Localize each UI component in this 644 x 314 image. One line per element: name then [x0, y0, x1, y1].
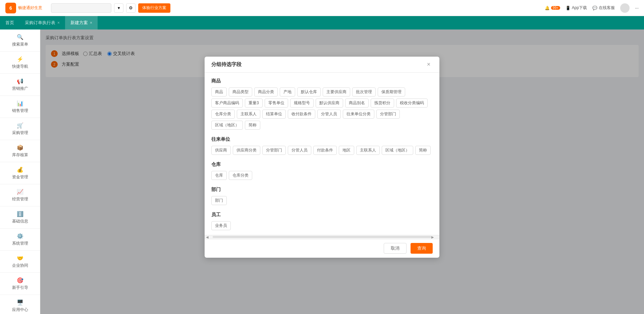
sidebar-item-operations[interactable]: 📈 经营管理 — [0, 184, 40, 206]
sidebar-item-collab[interactable]: 🤝 企业协同 — [0, 251, 40, 273]
field-tag-partner-dept[interactable]: 分管部门 — [262, 146, 286, 155]
field-tag-spec-model[interactable]: 规格型号 — [290, 99, 314, 108]
field-tag-abbr[interactable]: 简称 — [415, 146, 431, 155]
product-field-tags: 商品 商品类型 商品分类 产地 默认仓库 主要供应商 批次管理 保质期管理 客户… — [211, 87, 433, 130]
field-tag-salesperson[interactable]: 业务员 — [211, 221, 231, 230]
sidebar-item-finance[interactable]: 💰 资金管理 — [0, 162, 40, 184]
header-right: 🔔 99+ 📱 App下载 💬 在线客服 ··· — [545, 3, 639, 13]
sidebar-item-sales[interactable]: 📊 销售管理 — [0, 96, 40, 118]
logo-icon: 6 — [5, 3, 16, 13]
online-service-item[interactable]: 💬 在线客服 — [592, 5, 615, 11]
sidebar-item-app-center[interactable]: 🖥️ 应用中心 — [0, 295, 40, 314]
search-dropdown-button[interactable]: ▾ — [114, 3, 123, 13]
field-tag-product-type[interactable]: 商品类型 — [229, 87, 252, 97]
system-icon: ⚙️ — [17, 233, 23, 239]
avatar[interactable] — [620, 3, 630, 13]
field-tag-dept[interactable]: 分管部门 — [376, 110, 400, 119]
field-tag-short-name[interactable]: 简称 — [245, 121, 260, 130]
section-warehouse: 仓库 仓库 仓库分类 — [211, 162, 433, 180]
field-tag-wh[interactable]: 仓库 — [211, 171, 227, 180]
operations-icon: 📈 — [17, 188, 23, 195]
field-tag-main-supplier[interactable]: 主要供应商 — [323, 87, 350, 97]
field-tag-payment-terms[interactable]: 收付款条件 — [288, 110, 315, 119]
field-tag-supplier-category[interactable]: 供应商分类 — [233, 146, 260, 155]
notification-item[interactable]: 🔔 99+ — [545, 6, 560, 10]
service-icon: 💬 — [592, 6, 597, 10]
field-tag-product-alias[interactable]: 商品别名 — [345, 99, 369, 108]
settings-button[interactable]: ⚙ — [126, 3, 136, 13]
sidebar-item-system[interactable]: ⚙️ 系统管理 — [0, 229, 40, 251]
field-tag-partner-category[interactable]: 往来单位分类 — [343, 110, 374, 119]
field-tag-customer-product-code[interactable]: 客户商品编码 — [211, 99, 243, 108]
sidebar-item-basics[interactable]: ℹ️ 基础信息 — [0, 206, 40, 229]
field-tag-retail-unit[interactable]: 零售单位 — [265, 99, 288, 108]
quicknav-icon: ⚡ — [17, 56, 23, 62]
field-tag-supplier[interactable]: 供应商 — [211, 146, 231, 155]
section-warehouse-title: 仓库 — [211, 162, 433, 168]
field-tag-wh-category[interactable]: 仓库分类 — [229, 171, 252, 180]
cancel-button[interactable]: 取消 — [384, 243, 407, 254]
section-department-title: 部门 — [211, 187, 433, 193]
field-tag-region[interactable]: 区域（地区） — [211, 121, 243, 130]
field-tag-contact[interactable]: 主联系人 — [356, 146, 380, 155]
field-tag-partner-manager[interactable]: 分管人员 — [288, 146, 311, 155]
field-tag-department[interactable]: 部门 — [211, 196, 227, 205]
tab-new-plan[interactable]: 新建方案 × — [65, 16, 98, 29]
field-tag-product-category[interactable]: 商品分类 — [254, 87, 278, 97]
field-tag-warehouse-category[interactable]: 仓库分类 — [211, 110, 235, 119]
confirm-button[interactable]: 查询 — [411, 243, 433, 254]
modal-horizontal-scrollbar[interactable]: ◀ ▶ — [205, 235, 439, 239]
sidebar-item-quicknav[interactable]: ⚡ 快捷导航 — [0, 52, 40, 74]
try-plan-button[interactable]: 体验行业方案 — [138, 3, 170, 13]
app-download-item[interactable]: 📱 App下载 — [566, 5, 587, 11]
tab-purchase-order[interactable]: 采购订单执行表 × — [19, 16, 65, 29]
modal-header: 分组待选字段 × — [205, 57, 439, 73]
marketing-icon: 📢 — [17, 78, 23, 84]
header-search: ▾ ⚙ 体验行业方案 — [51, 3, 170, 13]
field-tag-tax-code[interactable]: 税收分类编码 — [396, 99, 428, 108]
modal-body: 商品 商品 商品类型 商品分类 产地 默认仓库 主要供应商 批次管理 保质期管理… — [205, 73, 439, 235]
phone-icon: 📱 — [566, 6, 571, 10]
tab-close-purchase[interactable]: × — [57, 20, 60, 25]
section-employee: 员工 业务员 — [211, 212, 433, 230]
notification-icon: 🔔 — [545, 6, 550, 10]
modal-close-button[interactable]: × — [425, 60, 433, 68]
department-field-tags: 部门 — [211, 196, 433, 205]
purchase-icon: 🛒 — [17, 122, 23, 129]
sidebar-item-marketing[interactable]: 📢 营销推广 — [0, 74, 40, 96]
tab-home[interactable]: 首页 — [0, 16, 19, 29]
field-tag-payment-cond[interactable]: 付款条件 — [313, 146, 337, 155]
section-employee-title: 员工 — [211, 212, 433, 218]
user-name: ··· — [635, 5, 639, 10]
inventory-icon: 📦 — [17, 144, 23, 151]
hscroll-left-btn[interactable]: ◀ — [206, 235, 213, 239]
field-tag-area[interactable]: 地区 — [339, 146, 354, 155]
field-tag-default-warehouse[interactable]: 默认仓库 — [297, 87, 321, 97]
field-tag-default-supplier[interactable]: 默认供应商 — [316, 99, 343, 108]
modal-title: 分组待选字段 — [211, 61, 241, 68]
sidebar: 🔍 搜索菜单 ⚡ 快捷导航 📢 营销推广 📊 销售管理 🛒 采购管理 📦 库存核… — [0, 29, 40, 314]
sidebar-item-newbie[interactable]: 🎯 新手引导 — [0, 273, 40, 295]
section-partner: 往来单位 供应商 供应商分类 分管部门 分管人员 付款条件 地区 主联系人 区域… — [211, 136, 433, 155]
basics-icon: ℹ️ — [17, 210, 23, 217]
field-tag-shelf-life[interactable]: 保质期管理 — [378, 87, 405, 97]
sidebar-item-inventory[interactable]: 📦 库存核算 — [0, 140, 40, 162]
search-icon: 🔍 — [17, 34, 23, 40]
section-product-title: 商品 — [211, 78, 433, 84]
field-tag-manager[interactable]: 分管人员 — [317, 110, 341, 119]
field-tag-batch-manage[interactable]: 批次管理 — [352, 87, 376, 97]
section-partner-title: 往来单位 — [211, 136, 433, 142]
search-input[interactable] — [51, 3, 111, 13]
field-tag-main-contact[interactable]: 主联系人 — [237, 110, 260, 119]
field-tag-weight3[interactable]: 重量3 — [245, 99, 263, 108]
field-tag-pick-points[interactable]: 拣货积分 — [371, 99, 394, 108]
field-tag-origin[interactable]: 产地 — [280, 87, 295, 97]
field-tag-region2[interactable]: 区域（地区） — [382, 146, 413, 155]
sidebar-item-purchase[interactable]: 🛒 采购管理 — [0, 118, 40, 140]
field-tag-settlement-unit[interactable]: 结算单位 — [262, 110, 286, 119]
modal-footer: 取消 查询 — [205, 239, 439, 258]
sidebar-item-search[interactable]: 🔍 搜索菜单 — [0, 29, 40, 52]
field-tag-product[interactable]: 商品 — [211, 87, 227, 97]
hscroll-right-btn[interactable]: ▶ — [431, 235, 438, 239]
tab-close-new-plan[interactable]: × — [90, 20, 92, 25]
